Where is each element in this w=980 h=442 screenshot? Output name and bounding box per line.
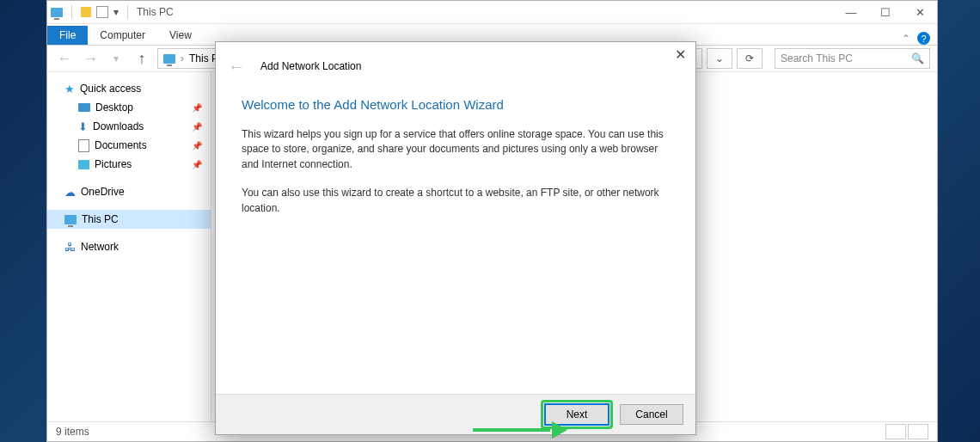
ribbon-expand-icon[interactable]: ⌃ [902,33,910,45]
address-pc-icon [163,54,175,64]
view-details-button[interactable] [885,424,906,439]
dialog-footer: Next Cancel [216,394,695,434]
dialog-paragraph-2: You can also use this wizard to create a… [242,186,670,216]
tab-view[interactable]: View [157,26,204,45]
qat-properties-icon[interactable] [81,7,91,17]
tab-computer[interactable]: Computer [88,26,157,45]
nav-onedrive[interactable]: ☁OneDrive [47,182,211,201]
search-box[interactable]: Search This PC 🔍 [775,48,930,69]
nav-back-button[interactable]: ← [54,48,75,69]
tab-file[interactable]: File [47,26,88,45]
navigation-pane: ★Quick access Desktop📌 ⬇Downloads📌 Docum… [47,72,211,421]
nav-network[interactable]: 🖧Network [47,237,211,256]
refresh-button[interactable]: ⟳ [737,48,763,69]
pin-icon: 📌 [192,103,202,113]
qat-dropdown-icon[interactable]: ▾ [113,6,119,18]
help-icon[interactable]: ? [917,32,930,45]
dialog-back-button: ← [228,57,245,77]
app-icon [51,8,63,17]
nav-this-pc[interactable]: This PC [47,210,211,229]
search-icon: 🔍 [911,52,924,64]
dialog-title: Add Network Location [260,60,361,72]
dialog-close-button[interactable]: ✕ [671,46,689,63]
status-item-count: 9 items [56,426,89,438]
qat-checkbox-icon[interactable] [96,6,108,18]
pin-icon: 📌 [192,141,202,150]
maximize-button[interactable]: ☐ [868,1,903,23]
nav-recent-dropdown[interactable]: ▾ [106,48,126,69]
pin-icon: 📌 [192,160,202,169]
nav-forward-button: → [80,48,101,69]
nav-documents[interactable]: Documents📌 [47,136,211,155]
add-network-location-dialog: ← Add Network Location ✕ Welcome to the … [215,41,696,435]
titlebar: ▾ This PC — ☐ ✕ [47,1,937,24]
close-button[interactable]: ✕ [903,1,937,23]
annotation-arrow [473,421,567,439]
search-placeholder: Search This PC [781,52,853,64]
address-dropdown-button[interactable]: ⌄ [707,48,732,69]
window-title: This PC [137,6,174,18]
pin-icon: 📌 [192,122,202,132]
nav-up-button[interactable]: ↑ [132,48,152,69]
view-icons-button[interactable] [908,424,928,439]
nav-desktop[interactable]: Desktop📌 [47,98,211,117]
nav-pictures[interactable]: Pictures📌 [47,155,211,174]
dialog-heading: Welcome to the Add Network Location Wiza… [242,97,670,112]
dialog-body: Welcome to the Add Network Location Wiza… [216,90,695,394]
dialog-header: ← Add Network Location ✕ [216,42,695,90]
cancel-button[interactable]: Cancel [620,404,683,425]
nav-downloads[interactable]: ⬇Downloads📌 [47,117,211,136]
dialog-paragraph-1: This wizard helps you sign up for a serv… [242,127,670,172]
nav-quick-access[interactable]: ★Quick access [47,79,211,98]
minimize-button[interactable]: — [834,1,868,23]
